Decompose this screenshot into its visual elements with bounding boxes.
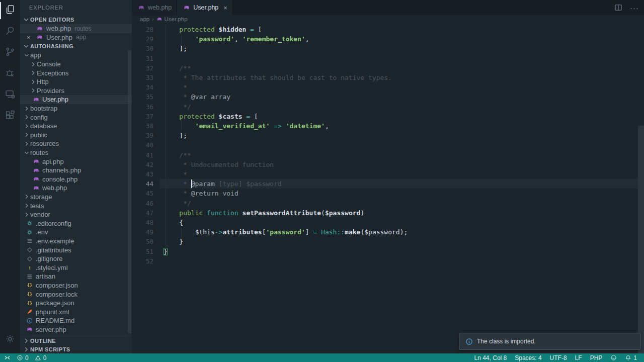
tree-folder-resources[interactable]: resources bbox=[20, 139, 132, 148]
tree-folder-config[interactable]: config bbox=[20, 113, 132, 122]
code-line-30[interactable]: 30 ]; bbox=[132, 44, 644, 53]
code-line-37[interactable]: 37 protected $casts = [ bbox=[132, 112, 644, 121]
tree-file-User.php[interactable]: User.php bbox=[20, 95, 132, 104]
line-number: 50 bbox=[132, 237, 153, 246]
code-line-31[interactable]: 31 bbox=[132, 54, 644, 63]
code-line-36[interactable]: 36 */ bbox=[132, 102, 644, 112]
code-line-34[interactable]: 34 * bbox=[132, 82, 644, 92]
status-eol[interactable]: LF bbox=[575, 353, 582, 362]
code-editor[interactable]: 28 protected $hidden = [29 'password', '… bbox=[132, 23, 644, 353]
npm-scripts-section[interactable]: NPM SCRIPTS bbox=[20, 345, 132, 353]
status-errors[interactable]: 0 bbox=[17, 353, 29, 362]
tree-file-.gitattributes[interactable]: .gitattributes bbox=[20, 245, 132, 254]
open-editor-User.php[interactable]: ×User.phpapp bbox=[20, 33, 132, 42]
status-warnings[interactable]: 0 bbox=[35, 353, 47, 362]
tree-file-composer.lock[interactable]: {}composer.lock bbox=[20, 290, 132, 299]
code-line-52[interactable]: 52 bbox=[132, 256, 644, 266]
status-indentation[interactable]: Spaces: 4 bbox=[515, 353, 541, 362]
code-line-48[interactable]: 48 { bbox=[132, 218, 644, 227]
tree-folder-bootstrap[interactable]: bootstrap bbox=[20, 104, 132, 113]
split-editor-icon[interactable] bbox=[613, 2, 624, 13]
code-line-50[interactable]: 50 } bbox=[132, 237, 644, 246]
gear-icon[interactable] bbox=[0, 328, 20, 349]
tree-folder-public[interactable]: public bbox=[20, 131, 132, 140]
project-section-header[interactable]: AUTOHASHING bbox=[20, 42, 132, 51]
status-cursor-position[interactable]: Ln 44, Col 8 bbox=[474, 353, 507, 362]
code-line-28[interactable]: 28 protected $hidden = [ bbox=[132, 25, 644, 34]
code-line-46[interactable]: 46 */ bbox=[132, 199, 644, 208]
tree-item-label: artisan bbox=[36, 273, 55, 280]
open-editors-header[interactable]: OPEN EDITORS bbox=[20, 15, 132, 24]
breadcrumb-item-file[interactable]: User.php bbox=[165, 16, 188, 22]
close-icon[interactable]: × bbox=[27, 34, 31, 41]
code-line-41[interactable]: 41 /** bbox=[132, 150, 644, 160]
tree-folder-storage[interactable]: storage bbox=[20, 193, 132, 202]
tree-file-api.php[interactable]: api.php bbox=[20, 157, 132, 166]
php-icon bbox=[183, 4, 190, 11]
code-line-49[interactable]: 49 $this->attributes['password'] = Hash:… bbox=[132, 227, 644, 237]
status-encoding[interactable]: UTF-8 bbox=[550, 353, 567, 362]
tree-file-composer.json[interactable]: {}composer.json bbox=[20, 281, 132, 290]
tree-file-package.json[interactable]: {}package.json bbox=[20, 299, 132, 308]
code-line-35[interactable]: 35 * @var array bbox=[132, 92, 644, 102]
tree-file-.editorconfig[interactable]: .editorconfig bbox=[20, 219, 132, 228]
code-line-39[interactable]: 39 ]; bbox=[132, 131, 644, 140]
tree-file-web.php[interactable]: web.php bbox=[20, 184, 132, 193]
code-line-44[interactable]: 44 * @param [type] $password bbox=[132, 179, 644, 189]
tree-folder-Providers[interactable]: Providers bbox=[20, 86, 132, 96]
code-line-40[interactable]: 40 bbox=[132, 140, 644, 150]
tree-file-channels.php[interactable]: channels.php bbox=[20, 166, 132, 175]
sidebar-scrollbar[interactable] bbox=[128, 50, 131, 333]
tree-folder-tests[interactable]: tests bbox=[20, 201, 132, 210]
tree-folder-app[interactable]: app bbox=[20, 51, 132, 60]
tree-file-artisan[interactable]: artisan bbox=[20, 272, 132, 281]
tree-folder-Http[interactable]: Http bbox=[20, 77, 132, 86]
tree-file-server.php[interactable]: server.php bbox=[20, 325, 132, 334]
tree-file-.env.example[interactable]: .env.example bbox=[20, 237, 132, 246]
editor-scrollbar[interactable] bbox=[638, 126, 644, 353]
activity-bar-source-control[interactable] bbox=[0, 42, 20, 63]
open-editor-web.php[interactable]: web.phproutes bbox=[20, 24, 132, 33]
tree-folder-database[interactable]: database bbox=[20, 122, 132, 131]
php-icon bbox=[33, 96, 40, 103]
status-language-mode[interactable]: PHP bbox=[590, 353, 603, 362]
tree-folder-routes[interactable]: routes bbox=[20, 148, 132, 157]
more-actions-icon[interactable]: ··· bbox=[629, 2, 640, 13]
code-line-51[interactable]: 51} bbox=[132, 247, 644, 256]
activity-bar-extensions[interactable] bbox=[0, 106, 20, 127]
tree-file-README.md[interactable]: README.md bbox=[20, 316, 132, 325]
activity-bar-remote-explorer[interactable] bbox=[0, 84, 20, 106]
tree-file-.gitignore[interactable]: .gitignore bbox=[20, 254, 132, 263]
tab-web.php[interactable]: web.php bbox=[132, 0, 177, 15]
tree-item-label: database bbox=[30, 122, 57, 130]
line-number: 36 bbox=[132, 102, 153, 112]
code-line-38[interactable]: 38 'email_verified_at' => 'datetime', bbox=[132, 121, 644, 131]
activity-bar-search[interactable] bbox=[0, 21, 20, 42]
code-line-32[interactable]: 32 /** bbox=[132, 63, 644, 73]
outline-section[interactable]: OUTLINE bbox=[20, 336, 132, 345]
code-line-42[interactable]: 42 * Undocumented function bbox=[132, 160, 644, 169]
activity-bar-explorer[interactable] bbox=[0, 0, 20, 21]
tree-folder-Console[interactable]: Console bbox=[20, 60, 132, 69]
breadcrumb[interactable]: app › User.php bbox=[132, 15, 644, 23]
code-line-33[interactable]: 33 * The attributes that should be cast … bbox=[132, 73, 644, 82]
tree-file-.env[interactable]: .env bbox=[20, 228, 132, 237]
code-line-43[interactable]: 43 * bbox=[132, 169, 644, 179]
status-feedback[interactable] bbox=[610, 353, 617, 362]
code-line-47[interactable]: 47 public function setPasswordAttribute(… bbox=[132, 208, 644, 218]
tree-file-console.php[interactable]: console.php bbox=[20, 175, 132, 184]
tree-folder-Exceptions[interactable]: Exceptions bbox=[20, 68, 132, 77]
tree-file-phpunit.xml[interactable]: phpunit.xml bbox=[20, 307, 132, 316]
tab-User.php[interactable]: User.php× bbox=[177, 0, 233, 15]
tree-file-.styleci.yml[interactable]: !.styleci.yml bbox=[20, 263, 132, 272]
notification-toast[interactable]: The class is imported. bbox=[459, 333, 640, 350]
activity-bar-debug[interactable] bbox=[0, 63, 20, 84]
breadcrumb-item-app[interactable]: app bbox=[140, 16, 149, 22]
status-remote-indicator[interactable] bbox=[4, 353, 11, 362]
code-line-45[interactable]: 45 * @return void bbox=[132, 189, 644, 198]
code-line-29[interactable]: 29 'password', 'remember_token', bbox=[132, 34, 644, 44]
status-notifications-bell[interactable]: 1 bbox=[625, 353, 637, 362]
info-file-icon bbox=[26, 317, 33, 324]
close-icon[interactable]: × bbox=[223, 4, 227, 12]
tree-folder-vendor[interactable]: vendor bbox=[20, 210, 132, 219]
